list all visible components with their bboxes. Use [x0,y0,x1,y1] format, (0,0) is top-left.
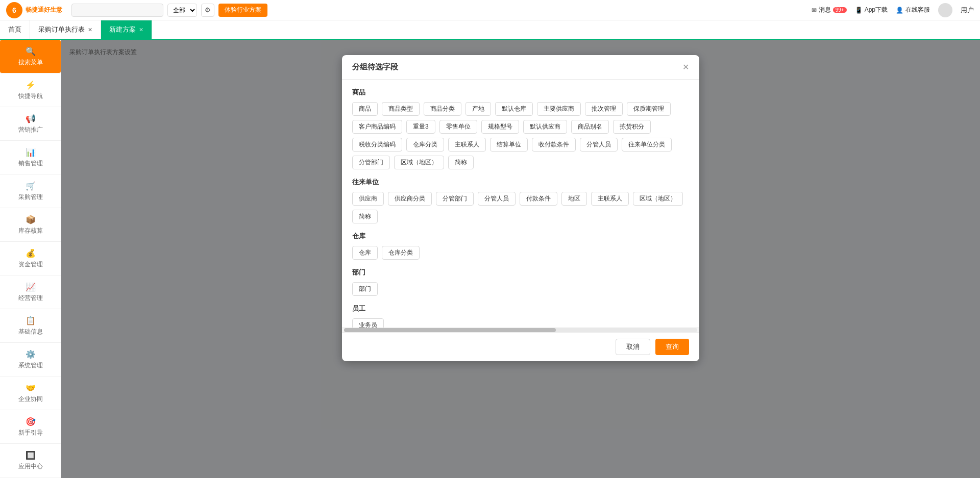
section-department: 部门 部门 [352,268,689,296]
field-tag[interactable]: 仓库 [352,246,378,260]
field-tag[interactable]: 商品分类 [424,102,461,116]
field-tag[interactable]: 客户商品编码 [352,120,402,134]
sidebar-item-purchase[interactable]: 🛒 采购管理 [0,174,61,208]
header-right: ✉ 消息 99+ 📱 App下载 👤 在线客服 用户 [812,3,974,17]
field-tag[interactable]: 保质期管理 [627,102,671,116]
sidebar-item-sales[interactable]: 📊 销售管理 [0,141,61,174]
field-tag[interactable]: 付款条件 [520,192,557,206]
field-tag[interactable]: 重量3 [406,120,435,134]
hscroll-thumb [344,328,556,332]
field-tag[interactable]: 主要供应商 [537,102,581,116]
sidebar-item-search[interactable]: 🔍 搜索菜单 [0,40,61,73]
cancel-button[interactable]: 取消 [616,339,650,355]
field-tag[interactable]: 仓库分类 [382,246,420,260]
field-tag[interactable]: 供应商 [352,192,384,206]
field-tag[interactable]: 主联系人 [448,138,486,152]
tab-new-plan[interactable]: 新建方案 ✕ [101,20,152,39]
sidebar-item-inventory[interactable]: 📦 库存核算 [0,208,61,242]
logo-area: 6 畅捷通好生意 [6,2,67,18]
field-tag[interactable]: 商品 [352,102,378,116]
field-tag[interactable]: 产地 [465,102,491,116]
search-icon: 🔍 [26,46,36,56]
section-warehouse-title: 仓库 [352,232,689,241]
sidebar-item-enterprise[interactable]: 🤝 企业协同 [0,376,61,410]
field-tag[interactable]: 分管部门 [352,156,390,169]
field-tag[interactable]: 默认供应商 [523,120,567,134]
modal-horizontal-scroll[interactable] [342,328,699,332]
modal-body: 商品 商品 商品类型 商品分类 产地 默认仓库 主要供应商 批次管理 保质期管理… [342,80,699,328]
field-tag[interactable]: 商品类型 [382,102,420,116]
section-goods-title: 商品 [352,88,689,97]
tab-purchase-exec[interactable]: 采购订单执行表 ✕ [30,20,101,39]
sidebar-item-system[interactable]: ⚙️ 系统管理 [0,343,61,376]
tab-bar: 首页 采购订单执行表 ✕ 新建方案 ✕ [0,20,980,40]
field-tag[interactable]: 区域（地区） [633,192,683,206]
sidebar: 🔍 搜索菜单 ⚡ 快捷导航 📢 营销推广 📊 销售管理 🛒 采购管理 📦 库存核… [0,40,61,478]
sidebar-item-finance[interactable]: 💰 资金管理 [0,242,61,275]
sidebar-item-quicknav[interactable]: ⚡ 快捷导航 [0,73,61,107]
section-employee-tags: 业务员 [352,318,689,328]
field-tag[interactable]: 简称 [352,210,378,223]
confirm-button[interactable]: 查询 [655,339,689,355]
field-select-modal: 分组待选字段 ✕ 商品 商品 商品类型 商品分类 产地 默认仓库 主要供应商 批… [342,55,699,361]
section-department-tags: 部门 [352,282,689,296]
field-tag[interactable]: 分管部门 [436,192,474,206]
field-tag[interactable]: 地区 [561,192,587,206]
section-partner-title: 往来单位 [352,178,689,187]
tab-home[interactable]: 首页 [0,20,30,39]
user-name: 用户 [961,6,974,15]
finance-icon: 💰 [26,248,36,258]
message-badge: 99+ [833,7,847,13]
top-header: 6 畅捷通好生意 全部 ⚙ 体验行业方案 ✉ 消息 99+ 📱 App下载 👤 … [0,0,980,20]
field-tag[interactable]: 税收分类编码 [352,138,402,152]
field-tag[interactable]: 结算单位 [490,138,528,152]
sidebar-item-guide[interactable]: 🎯 新手引导 [0,410,61,444]
sidebar-item-operation[interactable]: 📈 经营管理 [0,275,61,309]
field-tag[interactable]: 规格型号 [481,120,519,134]
modal-overlay: 分组待选字段 ✕ 商品 商品 商品类型 商品分类 产地 默认仓库 主要供应商 批… [61,40,980,478]
section-warehouse: 仓库 仓库 仓库分类 [352,232,689,260]
tab-close-purchase[interactable]: ✕ [88,27,92,33]
modal-close-button[interactable]: ✕ [682,62,689,72]
modal-footer: 取消 查询 [342,332,699,361]
field-tag[interactable]: 往来单位分类 [622,138,672,152]
field-tag[interactable]: 简称 [448,156,474,169]
field-tag[interactable]: 主联系人 [591,192,629,206]
sidebar-item-marketing[interactable]: 📢 营销推广 [0,107,61,141]
online-service-item[interactable]: 👤 在线客服 [896,6,930,14]
section-partner-tags: 供应商 供应商分类 分管部门 分管人员 付款条件 地区 主联系人 区域（地区） … [352,192,689,223]
section-employee: 员工 业务员 [352,304,689,328]
sidebar-item-basicinfo[interactable]: 📋 基础信息 [0,309,61,343]
field-tag[interactable]: 商品别名 [571,120,609,134]
field-tag[interactable]: 区域（地区） [394,156,444,169]
field-tag[interactable]: 业务员 [352,318,384,328]
header-dropdown[interactable]: 全部 [167,4,197,17]
field-tag[interactable]: 默认仓库 [495,102,533,116]
field-tag[interactable]: 仓库分类 [406,138,444,152]
inventory-icon: 📦 [26,214,36,224]
field-tag[interactable]: 收付款条件 [532,138,576,152]
field-tag[interactable]: 部门 [352,282,378,296]
gear-button[interactable]: ⚙ [201,4,214,17]
field-tag[interactable]: 分管人员 [478,192,516,206]
app-download-item[interactable]: 📱 App下载 [855,6,888,14]
field-tag[interactable]: 供应商分类 [388,192,432,206]
search-input[interactable] [71,4,163,17]
sidebar-item-appcenter[interactable]: 🔲 应用中心 [0,444,61,477]
field-tag[interactable]: 批次管理 [585,102,623,116]
tab-close-new-plan[interactable]: ✕ [139,27,143,33]
system-icon: ⚙️ [26,349,36,359]
messages-item[interactable]: ✉ 消息 99+ [812,6,847,14]
avatar[interactable] [938,3,952,17]
enterprise-icon: 🤝 [26,383,36,393]
guide-icon: 🎯 [26,416,36,426]
section-goods-tags: 商品 商品类型 商品分类 产地 默认仓库 主要供应商 批次管理 保质期管理 客户… [352,102,689,169]
sales-icon: 📊 [26,147,36,157]
field-tag[interactable]: 拣货积分 [613,120,651,134]
field-tag[interactable]: 零售单位 [439,120,477,134]
try-industry-button[interactable]: 体验行业方案 [218,4,267,17]
download-icon: 📱 [855,7,863,14]
section-warehouse-tags: 仓库 仓库分类 [352,246,689,260]
field-tag[interactable]: 分管人员 [580,138,618,152]
section-partner: 往来单位 供应商 供应商分类 分管部门 分管人员 付款条件 地区 主联系人 区域… [352,178,689,223]
